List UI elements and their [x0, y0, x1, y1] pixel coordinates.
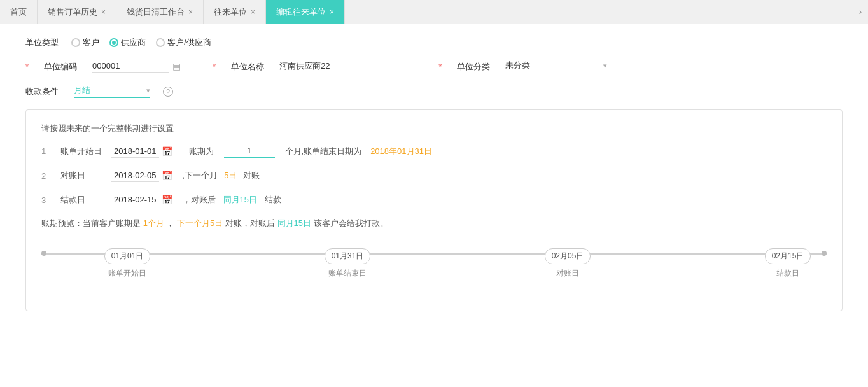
timeline-label-3: 对账日 — [556, 268, 579, 279]
unit-type-radio-group: 客户 供应商 客户/供应商 — [71, 37, 211, 48]
tab-edit-counterparty-close[interactable]: × — [330, 8, 334, 16]
reconcile-suffix-pre: ,下一个月 — [183, 170, 218, 181]
timeline-end-dot — [822, 251, 827, 256]
preview-text: 账期预览：当前客户账期是 1个月 ， 下一个月5日 对账，对账后 同月15日 该… — [41, 218, 827, 229]
tab-work-bench-close[interactable]: × — [188, 8, 193, 16]
start-date-cal-icon[interactable]: 📅 — [162, 146, 172, 157]
preview-middle: ， — [166, 218, 174, 228]
tabs-bar: 首页 销售订单历史 × 钱货日清工作台 × 往来单位 × 编辑往来单位 × › — [0, 0, 868, 24]
tabs-arrow[interactable]: › — [853, 0, 868, 24]
tab-sales-history-label: 销售订单历史 — [48, 6, 97, 18]
reconcile-date-wrapper: 2018-02-05 📅 — [111, 169, 172, 182]
unit-category-label: 单位分类 — [457, 61, 490, 73]
unit-code-input[interactable] — [92, 60, 169, 73]
reconcile-date-value: 2018-02-05 — [111, 169, 159, 182]
timeline-bubble-4: 02月15日 — [765, 248, 811, 264]
timeline-node-2: 01月31日 账单结束日 — [325, 248, 371, 279]
unit-code-icon[interactable]: ▤ — [172, 61, 181, 71]
timeline-node-3: 02月05日 对账日 — [545, 248, 591, 279]
payment-condition-chevron: ▾ — [146, 87, 150, 95]
tab-home[interactable]: 首页 — [0, 0, 38, 24]
radio-customer[interactable]: 客户 — [71, 37, 99, 48]
start-date-wrapper: 2018-01-01 📅 — [111, 145, 172, 158]
timeline-wrapper: 01月01日 账单开始日 01月31日 账单结束日 02月05日 对账日 02月… — [41, 242, 827, 298]
unit-name-input[interactable] — [279, 60, 407, 73]
setting-row-2: 2 对账日 2018-02-05 📅 ,下一个月5日对账 — [41, 169, 827, 182]
tab-home-label: 首页 — [10, 6, 27, 18]
tab-counterparty-close[interactable]: × — [251, 8, 255, 16]
preview-part4: 同月15日 — [277, 218, 311, 228]
main-content: 单位类型 客户 供应商 客户/供应商 * 单位编码 ▤ * 单位名称 * — [0, 24, 868, 387]
unit-name-label: 单位名称 — [231, 61, 264, 73]
tab-counterparty-label: 往来单位 — [214, 6, 247, 18]
unit-info-row: * 单位编码 ▤ * 单位名称 * 单位分类 未分类 ▾ — [25, 60, 843, 73]
start-date-value: 2018-01-01 — [111, 145, 159, 158]
payment-highlight: 同月15日 — [223, 194, 257, 206]
timeline-label-4: 结款日 — [776, 268, 799, 279]
unit-category-select[interactable]: 未分类 ▾ — [505, 60, 607, 73]
preview-part1: 1个月 — [143, 218, 164, 228]
payment-date-wrapper: 2018-02-15 📅 — [111, 194, 172, 206]
payment-condition-label: 收款条件 — [25, 86, 59, 97]
settings-title: 请按照未来的一个完整帐期进行设置 — [41, 123, 827, 134]
reconcile-highlight: 5日 — [224, 170, 237, 181]
setting-row-1: 1 账单开始日 2018-01-01 📅 账期为 个月,账单结束日期为 2018… — [41, 144, 827, 158]
tab-counterparty[interactable]: 往来单位 × — [204, 0, 266, 24]
row-num-3: 3 — [41, 195, 54, 205]
period-input[interactable] — [224, 144, 275, 158]
timeline-label-2: 账单结束日 — [328, 268, 367, 279]
preview-prefix: 账期预览：当前客户账期是 — [41, 218, 141, 228]
unit-category-value: 未分类 — [505, 60, 530, 71]
tab-edit-counterparty-label: 编辑往来单位 — [276, 6, 326, 18]
radio-supplier[interactable]: 供应商 — [109, 37, 146, 48]
timeline-start-dot — [41, 251, 46, 256]
payment-date-cal-icon[interactable]: 📅 — [162, 195, 172, 205]
payment-date-value: 2018-02-15 — [111, 194, 159, 206]
radio-customer-circle — [71, 38, 80, 47]
radio-supplier-circle — [109, 38, 118, 47]
unit-code-wrapper: ▤ — [92, 60, 181, 73]
period-unit: 个月,账单结束日期为 — [285, 146, 362, 157]
tab-sales-history-close[interactable]: × — [101, 8, 106, 16]
tab-sales-history[interactable]: 销售订单历史 × — [38, 0, 116, 24]
unit-code-label: 单位编码 — [44, 61, 77, 73]
row-field-3: 结款日 — [60, 194, 105, 206]
radio-both[interactable]: 客户/供应商 — [156, 37, 211, 48]
tab-work-bench-label: 钱货日清工作台 — [127, 6, 185, 18]
settings-box: 请按照未来的一个完整帐期进行设置 1 账单开始日 2018-01-01 📅 账期… — [25, 109, 843, 311]
reconcile-date-cal-icon[interactable]: 📅 — [162, 171, 172, 181]
unit-type-label: 单位类型 — [25, 37, 59, 48]
reconcile-suffix-post: 对账 — [243, 170, 260, 181]
payment-condition-value: 月结 — [74, 85, 90, 96]
setting-row-3: 3 结款日 2018-02-15 📅 ，对账后 同月15日 结款 — [41, 194, 827, 206]
row-field-2: 对账日 — [60, 170, 105, 181]
payment-condition-row: 收款条件 月结 ▾ ? — [25, 85, 843, 98]
timeline-bubble-2: 01月31日 — [325, 248, 371, 264]
radio-supplier-label: 供应商 — [121, 37, 146, 48]
payment-suffix-pre: ，对账后 — [183, 194, 216, 206]
row-field-1: 账单开始日 — [60, 146, 105, 157]
preview-part3: 对账，对账后 — [225, 218, 275, 228]
payment-suffix-post: 结款 — [265, 194, 281, 206]
tab-work-bench[interactable]: 钱货日清工作台 × — [116, 0, 204, 24]
timeline-node-1: 01月01日 账单开始日 — [104, 248, 151, 279]
payment-condition-select[interactable]: 月结 ▾ — [74, 85, 150, 98]
unit-code-star: * — [25, 62, 29, 71]
unit-category-star: * — [438, 62, 442, 71]
radio-both-circle — [156, 38, 165, 47]
preview-part2: 下一个月5日 — [177, 218, 223, 228]
preview-suffix: 该客户会给我打款。 — [314, 218, 388, 228]
row-num-2: 2 — [41, 171, 54, 181]
unit-name-star: * — [213, 62, 216, 71]
unit-type-row: 单位类型 客户 供应商 客户/供应商 — [25, 37, 843, 48]
period-label: 账期为 — [189, 146, 214, 157]
timeline-bubble-1: 01月01日 — [104, 248, 151, 264]
timeline-bubble-3: 02月05日 — [545, 248, 591, 264]
timeline-nodes: 01月01日 账单开始日 01月31日 账单结束日 02月05日 对账日 02月… — [41, 248, 827, 279]
help-icon[interactable]: ? — [163, 87, 173, 97]
radio-both-label: 客户/供应商 — [167, 37, 211, 48]
period-end-date: 2018年01月31日 — [370, 146, 432, 157]
timeline-label-1: 账单开始日 — [108, 268, 146, 279]
row-num-1: 1 — [41, 146, 54, 156]
tab-edit-counterparty[interactable]: 编辑往来单位 × — [266, 0, 345, 24]
